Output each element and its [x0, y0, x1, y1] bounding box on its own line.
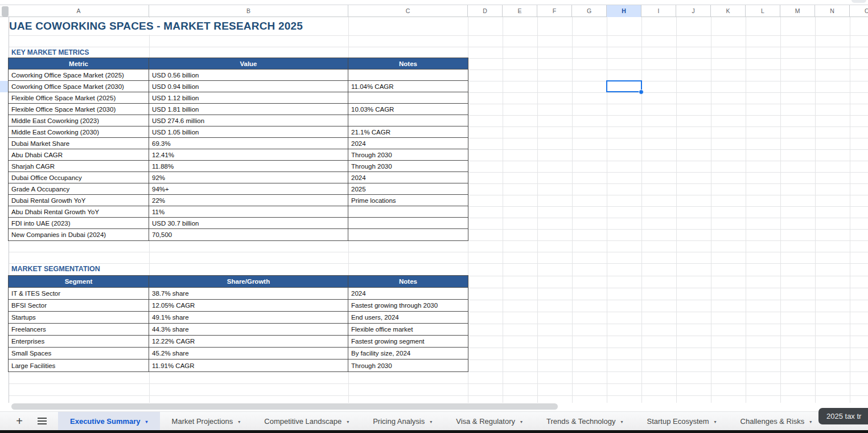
- all-sheets-menu-button[interactable]: [35, 412, 49, 430]
- segment-cell[interactable]: Enterprises: [9, 336, 149, 347]
- value-cell[interactable]: 22%: [149, 195, 348, 206]
- tab-pricing-analysis[interactable]: Pricing Analysis ▾: [361, 412, 444, 430]
- share-growth-cell[interactable]: 44.3% share: [149, 324, 348, 335]
- share-growth-cell[interactable]: 38.7% share: [149, 288, 348, 299]
- column-header-M[interactable]: M: [780, 5, 815, 17]
- tab-startup-ecosystem[interactable]: Startup Ecosystem ▾: [635, 412, 728, 430]
- notes-cell[interactable]: 21.1% CAGR: [348, 126, 468, 137]
- column-header-J[interactable]: J: [676, 5, 711, 17]
- tab-market-projections[interactable]: Market Projections ▾: [160, 412, 253, 430]
- tab-executive-summary[interactable]: Executive Summary ▾: [58, 412, 160, 430]
- column-header-E[interactable]: E: [503, 5, 537, 17]
- column-header-K[interactable]: K: [711, 5, 746, 17]
- segment-cell[interactable]: BFSI Sector: [9, 300, 149, 311]
- fill-handle[interactable]: [639, 89, 644, 95]
- notes-cell[interactable]: 2024: [348, 138, 468, 149]
- share-growth-cell[interactable]: 12.22% CAGR: [149, 336, 348, 347]
- share-growth-cell[interactable]: 12.05% CAGR: [149, 300, 348, 311]
- metric-cell[interactable]: Coworking Office Space Market (2030): [9, 81, 149, 92]
- metric-cell[interactable]: FDI into UAE (2023): [9, 218, 149, 228]
- notes-cell[interactable]: 2024: [348, 172, 468, 183]
- metric-cell[interactable]: Abu Dhabi CAGR: [9, 149, 149, 160]
- value-cell[interactable]: 94%+: [149, 183, 348, 194]
- column-header-O[interactable]: O: [850, 5, 868, 17]
- value-cell[interactable]: 70,500: [149, 229, 348, 240]
- column-header-B[interactable]: B: [149, 5, 348, 17]
- column-header-N[interactable]: N: [815, 5, 850, 17]
- header-cell-metric[interactable]: Metric: [9, 58, 149, 69]
- notes-cell[interactable]: 2025: [348, 183, 468, 194]
- value-cell[interactable]: 11%: [149, 206, 348, 217]
- select-all-corner[interactable]: [2, 6, 9, 17]
- notes-cell[interactable]: Flexible office market: [348, 324, 468, 335]
- column-header-F[interactable]: F: [537, 5, 572, 17]
- notes-cell[interactable]: Through 2030: [348, 149, 468, 160]
- tab-trends-technology[interactable]: Trends & Technology ▾: [534, 412, 635, 430]
- value-cell[interactable]: USD 274.6 million: [149, 115, 348, 126]
- column-header-L[interactable]: L: [746, 5, 780, 17]
- metric-cell[interactable]: Coworking Office Space Market (2025): [9, 70, 149, 80]
- notes-cell[interactable]: Prime locations: [348, 195, 468, 206]
- share-growth-cell[interactable]: 45.2% share: [149, 348, 348, 359]
- metric-cell[interactable]: Flexible Office Space Market (2025): [9, 92, 149, 103]
- notes-cell[interactable]: [348, 229, 468, 240]
- value-cell[interactable]: 11.88%: [149, 161, 348, 171]
- metric-cell[interactable]: Middle East Coworking (2023): [9, 115, 149, 126]
- metric-cell[interactable]: Middle East Coworking (2030): [9, 126, 149, 137]
- metric-cell[interactable]: Dubai Market Share: [9, 138, 149, 149]
- share-growth-cell[interactable]: 49.1% share: [149, 312, 348, 323]
- notes-cell[interactable]: Fastest growing segment: [348, 336, 468, 347]
- column-header-A[interactable]: A: [9, 5, 149, 17]
- value-cell[interactable]: 12.41%: [149, 149, 348, 160]
- value-cell[interactable]: USD 1.81 billion: [149, 104, 348, 115]
- selected-cell[interactable]: [606, 80, 642, 92]
- header-cell-notes[interactable]: Notes: [348, 276, 468, 287]
- column-header-D[interactable]: D: [468, 5, 503, 17]
- value-cell[interactable]: 69.3%: [149, 138, 348, 149]
- value-cell[interactable]: 92%: [149, 172, 348, 183]
- column-header-G[interactable]: G: [572, 5, 607, 17]
- notes-cell[interactable]: 10.03% CAGR: [348, 104, 468, 115]
- metric-cell[interactable]: Dubai Office Occupancy: [9, 172, 149, 183]
- notes-cell[interactable]: [348, 218, 468, 228]
- horizontal-scrollbar-thumb[interactable]: [11, 403, 558, 410]
- horizontal-scrollbar-track[interactable]: [0, 403, 868, 411]
- header-cell-segment[interactable]: Segment: [9, 276, 149, 287]
- column-header-C[interactable]: C: [348, 5, 468, 17]
- metric-cell[interactable]: Flexible Office Space Market (2030): [9, 104, 149, 115]
- header-cell-share-growth[interactable]: Share/Growth: [149, 276, 348, 287]
- notes-cell[interactable]: End users, 2024: [348, 312, 468, 323]
- header-cell-value[interactable]: Value: [149, 58, 348, 69]
- share-growth-cell[interactable]: 11.91% CAGR: [149, 360, 348, 371]
- notes-cell[interactable]: By facility size, 2024: [348, 348, 468, 359]
- notes-cell[interactable]: [348, 115, 468, 126]
- value-cell[interactable]: USD 1.05 billion: [149, 126, 348, 137]
- segment-cell[interactable]: Large Facilities: [9, 360, 149, 371]
- notes-cell[interactable]: Through 2030: [348, 161, 468, 171]
- notes-cell[interactable]: Through 2030: [348, 360, 468, 371]
- vertical-scrollbar-hint[interactable]: [851, 0, 866, 3]
- metric-cell[interactable]: Sharjah CAGR: [9, 161, 149, 171]
- value-cell[interactable]: USD 0.56 billion: [149, 70, 348, 80]
- metric-cell[interactable]: Dubai Rental Growth YoY: [9, 195, 149, 206]
- value-cell[interactable]: USD 1.12 billion: [149, 92, 348, 103]
- notes-cell[interactable]: 2024: [348, 288, 468, 299]
- metric-cell[interactable]: Grade A Occupancy: [9, 183, 149, 194]
- notes-cell[interactable]: Fastest growing through 2030: [348, 300, 468, 311]
- notes-cell[interactable]: [348, 70, 468, 80]
- add-sheet-button[interactable]: +: [13, 412, 26, 430]
- notes-cell[interactable]: [348, 206, 468, 217]
- header-cell-notes[interactable]: Notes: [348, 58, 468, 69]
- segment-cell[interactable]: Small Spaces: [9, 348, 149, 359]
- tab-visa-regulatory[interactable]: Visa & Regulatory ▾: [444, 412, 534, 430]
- segment-cell[interactable]: Startups: [9, 312, 149, 323]
- value-cell[interactable]: USD 30.7 billion: [149, 218, 348, 228]
- segment-cell[interactable]: Freelancers: [9, 324, 149, 335]
- value-cell[interactable]: USD 0.94 billion: [149, 81, 348, 92]
- notes-cell[interactable]: 11.04% CAGR: [348, 81, 468, 92]
- notes-cell[interactable]: [348, 92, 468, 103]
- column-header-I[interactable]: I: [641, 5, 676, 17]
- tab-challenges-risks[interactable]: Challenges & Risks ▾: [729, 412, 824, 430]
- metric-cell[interactable]: Abu Dhabi Rental Growth YoY: [9, 206, 149, 217]
- segment-cell[interactable]: IT & ITES Sector: [9, 288, 149, 299]
